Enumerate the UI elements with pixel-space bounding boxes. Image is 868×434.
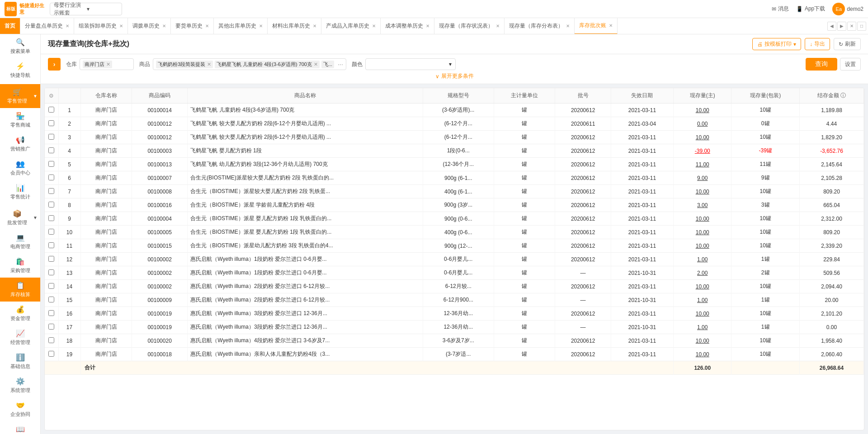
- row-checkbox[interactable]: [45, 212, 58, 226]
- tab-diaobo[interactable]: 调拨单历史 ✕: [128, 18, 171, 34]
- sidebar-item-nav[interactable]: ⚡ 快捷导航: [0, 58, 40, 82]
- row-qty-main[interactable]: 10.00: [674, 131, 731, 144]
- settings-button[interactable]: 设置: [840, 58, 861, 71]
- row-qty-main[interactable]: 10.00: [674, 348, 731, 361]
- row-checkbox[interactable]: [45, 334, 58, 348]
- row-qty-main[interactable]: 11.00: [674, 158, 731, 171]
- row-qty-main[interactable]: 10.00: [674, 334, 731, 348]
- tab-close-all[interactable]: ✕: [847, 22, 856, 31]
- row-checkbox[interactable]: [45, 226, 58, 239]
- tab-close-icon[interactable]: ✕: [259, 24, 263, 28]
- template-print-button[interactable]: 🖨 按模板打印 ▾: [752, 38, 801, 50]
- sidebar-item-operations[interactable]: 📈 经营管理: [0, 326, 40, 349]
- app-download-button[interactable]: 📱 App下载: [796, 5, 825, 13]
- row-checkbox[interactable]: [45, 293, 58, 307]
- row-checkbox[interactable]: [45, 117, 58, 131]
- tab-xiancunfen[interactable]: 现存量（库存分布表） ✕: [505, 18, 575, 34]
- row-qty-main[interactable]: 10.00: [674, 307, 731, 321]
- warehouse-tags[interactable]: 南岸门店 ✕: [80, 58, 134, 70]
- tab-close-icon[interactable]: ✕: [205, 24, 209, 28]
- row-checkbox[interactable]: [45, 253, 58, 266]
- sidebar-item-ecommerce[interactable]: 💻 电商管理: [0, 230, 40, 254]
- sidebar-item-retail-stats[interactable]: 📊 零售统计: [0, 180, 40, 204]
- tab-chanchengru[interactable]: 产成品入库单历史 ✕: [321, 18, 381, 34]
- tab-close-icon[interactable]: ✕: [426, 24, 429, 28]
- export-button[interactable]: ↓ 导出: [805, 38, 830, 50]
- tab-close-icon[interactable]: ✕: [372, 24, 376, 28]
- tab-prev-arrow[interactable]: ◀: [827, 22, 836, 31]
- tab-liaochuku[interactable]: 材料出库单历史 ✕: [268, 18, 321, 34]
- row-qty-main[interactable]: 0.00: [674, 117, 731, 131]
- row-qty-main[interactable]: 1.00: [674, 253, 731, 266]
- sidebar-item-member[interactable]: 👥 会员中心: [0, 156, 40, 180]
- row-qty-main[interactable]: 10.00: [674, 104, 731, 117]
- row-checkbox[interactable]: [45, 307, 58, 321]
- tab-yaohuo[interactable]: 要货单历史 ✕: [171, 18, 214, 34]
- query-button[interactable]: 查询: [806, 58, 837, 71]
- tab-close-icon[interactable]: ✕: [496, 24, 500, 28]
- tab-next-arrow[interactable]: ▶: [837, 22, 846, 31]
- product-more-dots[interactable]: ···: [338, 61, 343, 68]
- sidebar-item-collab[interactable]: 🤝 企业协同: [0, 397, 40, 421]
- sidebar-item-marketing[interactable]: 📢 营销推广: [0, 132, 40, 156]
- sidebar-item-guide[interactable]: 📖 新手引导: [0, 421, 40, 434]
- sidebar-item-finance[interactable]: 💰 资金管理: [0, 302, 40, 326]
- filter-expand-btn[interactable]: ›: [48, 58, 61, 71]
- row-qty-main[interactable]: 3.00: [674, 198, 731, 212]
- tab-close-icon[interactable]: ✕: [566, 24, 570, 28]
- sidebar-item-inventory[interactable]: 📋 库存核算: [0, 278, 40, 302]
- row-checkbox[interactable]: [45, 171, 58, 185]
- row-checkbox[interactable]: [45, 280, 58, 293]
- tab-xiancunzhuang[interactable]: 现存量（库存状况表） ✕: [434, 18, 505, 34]
- sidebar-item-retail[interactable]: 🛒 零售管理 ▼: [0, 84, 40, 108]
- row-checkbox[interactable]: [45, 104, 58, 117]
- row-qty-main[interactable]: 1.00: [674, 293, 731, 307]
- row-checkbox[interactable]: [45, 131, 58, 144]
- row-checkbox[interactable]: [45, 144, 58, 158]
- row-checkbox[interactable]: [45, 185, 58, 198]
- tab-home[interactable]: 首页: [0, 18, 20, 34]
- row-checkbox[interactable]: [45, 348, 58, 361]
- tab-close-icon[interactable]: ✕: [66, 24, 69, 28]
- settings-col-icon[interactable]: ⚙: [49, 93, 54, 99]
- remove-warehouse-tag[interactable]: ✕: [106, 61, 110, 67]
- sidebar-item-purchase[interactable]: 🛍️ 采购管理: [0, 254, 40, 278]
- row-qty-main[interactable]: 10.00: [674, 280, 731, 293]
- org-selector[interactable]: 母婴行业演示账套 ▾: [50, 3, 122, 15]
- tab-chenben[interactable]: 成本调整单历史 ✕: [381, 18, 434, 34]
- product-tags[interactable]: 飞鹤奶粉3段简装提装 ✕ 飞鹤星飞帆 儿童奶粉 4段(3-6岁适用) 700克 …: [153, 58, 346, 70]
- tab-qitachuku[interactable]: 其他出库单历史 ✕: [214, 18, 268, 34]
- tab-kupizhang[interactable]: 库存批次账 ✕: [575, 18, 618, 34]
- sidebar-item-mall[interactable]: 🏪 零售商城: [0, 108, 40, 132]
- sidebar-item-system[interactable]: ⚙️ 系统管理: [0, 373, 40, 397]
- tab-maximize[interactable]: □: [857, 22, 866, 31]
- row-checkbox[interactable]: [45, 266, 58, 280]
- tab-close-icon[interactable]: ✕: [162, 24, 166, 28]
- refresh-button[interactable]: ↻ 刷新: [834, 38, 861, 50]
- sidebar-item-search[interactable]: 🔍 搜索菜单: [0, 34, 40, 58]
- row-qty-main[interactable]: 10.00: [674, 239, 731, 253]
- remove-product-tag-1[interactable]: ✕: [207, 61, 211, 67]
- sidebar-item-wholesale[interactable]: 📦 批发管理 ▼: [0, 206, 40, 230]
- sidebar-item-base[interactable]: ℹ️ 基础信息: [0, 349, 40, 373]
- row-checkbox[interactable]: [45, 239, 58, 253]
- tab-close-icon[interactable]: ✕: [313, 24, 316, 28]
- row-qty-main[interactable]: 2.00: [674, 266, 731, 280]
- tab-close-icon[interactable]: ✕: [609, 23, 613, 28]
- row-checkbox[interactable]: [45, 158, 58, 171]
- tab-zuzhangchaijian[interactable]: 组装拆卸单历史 ✕: [74, 18, 128, 34]
- row-qty-main[interactable]: 1.00: [674, 321, 731, 334]
- message-button[interactable]: ✉ 消息: [772, 5, 789, 13]
- remove-product-tag-2[interactable]: ✕: [314, 61, 318, 67]
- row-qty-main[interactable]: 10.00: [674, 185, 731, 198]
- row-checkbox[interactable]: [45, 198, 58, 212]
- tab-close-icon[interactable]: ✕: [119, 24, 123, 28]
- tab-fenliangpandian[interactable]: 分量盘点单历史 ✕: [20, 18, 74, 34]
- user-menu[interactable]: Ea demo2: [832, 3, 863, 15]
- row-checkbox[interactable]: [45, 321, 58, 334]
- color-dropdown[interactable]: ▾: [365, 58, 456, 70]
- row-qty-main[interactable]: 9.00: [674, 171, 731, 185]
- col-settings[interactable]: ⚙: [45, 88, 58, 104]
- row-qty-main[interactable]: -39.00: [674, 144, 731, 158]
- row-qty-main[interactable]: 10.00: [674, 226, 731, 239]
